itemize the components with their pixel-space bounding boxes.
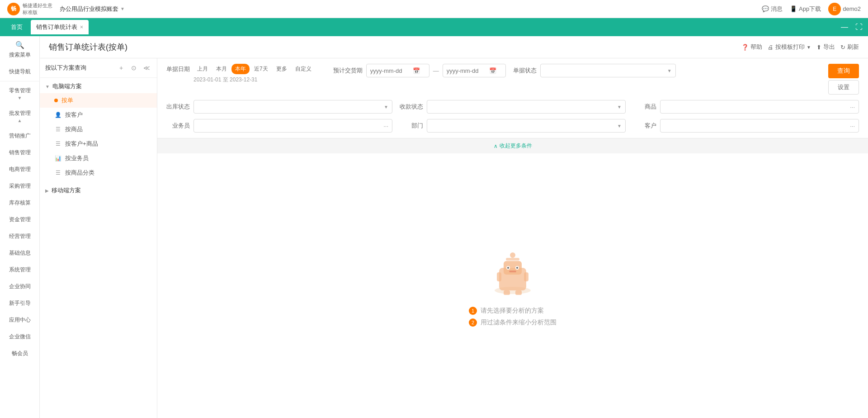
sidebar-item-ecommerce[interactable]: 电商管理: [0, 161, 39, 178]
scheme-item-by-goods[interactable]: ☰ 按商品: [40, 122, 157, 137]
expected-date-end[interactable]: 📅: [443, 64, 506, 77]
content-area: 销售订单统计表(按单) ❓ 帮助 🖨 按模板打印 ▼ ⬆ 导出: [40, 36, 868, 418]
scheme-item-by-order[interactable]: 按单: [40, 93, 157, 108]
scheme-item-by-customer[interactable]: 👤 按客户: [40, 108, 157, 122]
calendar-end-icon: 📅: [489, 67, 496, 74]
svg-rect-8: [497, 272, 501, 281]
sidebar-item-member[interactable]: 畅会员: [0, 345, 39, 362]
payment-select[interactable]: ▼: [427, 100, 626, 114]
sidebar-item-inventory[interactable]: 库存核算: [0, 195, 39, 211]
payment-section: 收款状态 ▼: [400, 100, 626, 114]
logo-area: 畅 畅捷通好生意 标准版: [7, 2, 52, 15]
avatar: E: [828, 3, 841, 15]
search-icon: 🔍: [15, 41, 24, 49]
mobile-scheme-group: ▶ 移动端方案: [40, 182, 157, 199]
sidebar-item-wholesale[interactable]: 批发管理 ▲: [0, 105, 39, 128]
sidebar-item-search[interactable]: 🔍 搜索菜单: [0, 36, 39, 63]
customer-input[interactable]: ···: [660, 119, 859, 133]
sidebar-item-retail[interactable]: 零售管理 ▼: [0, 82, 39, 105]
payment-select-arrow: ▼: [617, 104, 622, 109]
top-bar-left: 畅 畅捷通好生意 标准版 办公用品行业模拟账套 ▼: [7, 2, 128, 15]
sidebar-item-enterprise[interactable]: 企业协同: [0, 278, 39, 295]
message-action[interactable]: 💬 消息: [762, 5, 783, 13]
delivery-select[interactable]: ▼: [193, 100, 392, 114]
refresh-button[interactable]: ↻ 刷新: [840, 43, 859, 51]
top-bar-right: 💬 消息 📱 App下载 E demo2: [762, 3, 861, 15]
print-arrow-icon: ▼: [807, 45, 811, 50]
scheme-item-by-customer-goods[interactable]: ☰ 按客户+商品: [40, 137, 157, 151]
cg-scheme-icon: ☰: [54, 140, 61, 147]
sidebar-item-system[interactable]: 系统管理: [0, 261, 39, 278]
empty-hint-2: 2 用过滤条件来缩小分析范围: [469, 318, 557, 327]
collapse-bar[interactable]: ∧ 收起更多条件: [157, 138, 868, 153]
department-section: 部门 ▼: [400, 119, 626, 133]
active-dot: [54, 99, 58, 102]
workspace-chevron-icon: ▼: [120, 6, 125, 11]
query-button[interactable]: 查询: [828, 64, 859, 78]
sidebar-item-basic[interactable]: 基础信息: [0, 245, 39, 261]
export-button[interactable]: ⬆ 导出: [816, 43, 835, 51]
sidebar-item-wechat[interactable]: 企业微信: [0, 328, 39, 345]
workspace-selector[interactable]: 办公用品行业模拟账套 ▼: [56, 3, 128, 15]
logo-text: 畅捷通好生意 标准版: [23, 2, 52, 15]
goods-input[interactable]: ···: [660, 100, 859, 114]
sidebar-item-marketing[interactable]: 营销推广: [0, 128, 39, 144]
sidebar-item-quicknav[interactable]: 快捷导航: [0, 63, 39, 80]
expected-date-start-input[interactable]: [370, 67, 411, 74]
tab-home[interactable]: 首页: [4, 20, 30, 34]
sidebar-item-newbie[interactable]: 新手引导: [0, 295, 39, 312]
scheme-item-by-salesperson[interactable]: 📊 按业务员: [40, 151, 157, 166]
pc-group-header[interactable]: ▼ 电脑端方案: [40, 80, 157, 93]
expected-date-start[interactable]: 📅: [366, 64, 429, 77]
right-content: 单据日期 上月 本月 本年 近7天 更多 自定义: [157, 58, 868, 418]
minimize-button[interactable]: —: [839, 22, 850, 33]
maximize-button[interactable]: ⛶: [854, 22, 864, 33]
help-button[interactable]: ❓ 帮助: [741, 43, 762, 51]
sidebar-item-finance[interactable]: 资金管理: [0, 211, 39, 228]
sidebar-item-appstore[interactable]: 应用中心: [0, 312, 39, 328]
add-scheme-button[interactable]: +: [116, 63, 126, 73]
page-actions: ❓ 帮助 🖨 按模板打印 ▼ ⬆ 导出 ↻ 刷新: [741, 43, 859, 51]
salesperson-ellipsis: ···: [383, 123, 388, 129]
export-icon: ⬆: [816, 44, 821, 51]
svg-point-13: [510, 252, 515, 258]
settings-scheme-icon[interactable]: ⊙: [129, 63, 139, 73]
sidebar-item-purchase[interactable]: 采购管理: [0, 178, 39, 195]
scheme-item-by-category[interactable]: ☰ 按商品分类: [40, 166, 157, 180]
download-icon: 📱: [790, 5, 797, 12]
empty-svg: [486, 245, 540, 299]
status-select[interactable]: ▼: [540, 64, 676, 77]
sidebar-item-sales[interactable]: 销售管理: [0, 144, 39, 161]
settings-button[interactable]: 设置: [828, 80, 859, 95]
tab-close-icon[interactable]: ×: [80, 24, 83, 30]
date-tab-thisyear[interactable]: 本年: [231, 64, 250, 74]
action-btn-group: 查询 设置: [828, 64, 859, 95]
hint-num-2: 2: [469, 318, 477, 327]
svg-rect-10: [504, 290, 510, 295]
user-area[interactable]: E demo2: [828, 3, 861, 15]
left-panel-header: 按以下方案查询 + ⊙ ≪: [40, 58, 157, 78]
collapse-panel-icon[interactable]: ≪: [142, 63, 151, 73]
tab-sales-stat[interactable]: 销售订单统计表 ×: [31, 20, 89, 34]
sidebar-item-business[interactable]: 经营管理: [0, 228, 39, 245]
expected-date-end-input[interactable]: [447, 67, 487, 74]
mobile-group-header[interactable]: ▶ 移动端方案: [40, 184, 157, 197]
tab-bar-right: — ⛶: [839, 22, 864, 33]
date-tab-last7days[interactable]: 近7天: [250, 64, 272, 74]
department-select[interactable]: ▼: [427, 119, 626, 133]
filter-row3: 业务员 ··· 部门 ▼: [166, 119, 859, 133]
filter-area: 单据日期 上月 本月 本年 近7天 更多 自定义: [157, 58, 868, 138]
dept-select-arrow: ▼: [617, 124, 622, 128]
goods-scheme-icon: ☰: [54, 126, 61, 133]
date-tab-thismonth[interactable]: 本月: [212, 64, 231, 74]
app-download-action[interactable]: 📱 App下载: [790, 5, 821, 13]
customer-scheme-icon: 👤: [54, 111, 61, 119]
date-tab-more[interactable]: 更多: [273, 64, 291, 74]
retail-arrow-icon: ▼: [18, 95, 22, 100]
date-tab-custom[interactable]: 自定义: [292, 64, 315, 74]
svg-rect-11: [515, 290, 522, 295]
template-print-button[interactable]: 🖨 按模板打印 ▼: [768, 43, 811, 51]
top-bar: 畅 畅捷通好生意 标准版 办公用品行业模拟账套 ▼ 💬 消息 📱 App下载 E…: [0, 0, 868, 18]
date-tab-lastmonth[interactable]: 上月: [193, 64, 212, 74]
salesperson-input[interactable]: ···: [193, 119, 392, 133]
